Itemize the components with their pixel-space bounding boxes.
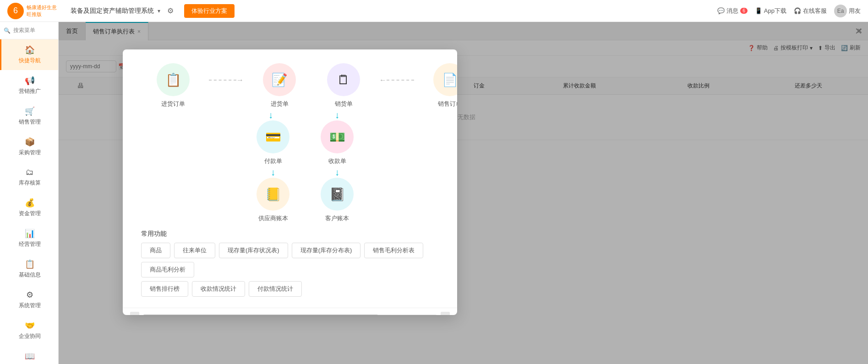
purchase-order-circle: 📋 [157,63,190,96]
operations-icon: 📊 [25,228,35,239]
purchase-order-node[interactable]: 📋 进货订单 [141,63,205,108]
sales-order-circle: 📄 [433,63,457,96]
content-area: 首页 销售订单执行表 × ✕ ❓ 帮助 🖨 按模板打印 ▾ [59,22,868,364]
func-btn-stock-status[interactable]: 现存量(库存状况表) [219,243,288,258]
purchase-order-label: 进货订单 [161,100,185,108]
common-functions: 常用功能 商品 往来单位 现存量(库存状况表) 现存量(库存分布表) 销售毛利分… [123,230,457,308]
func-btn-product-gross[interactable]: 商品毛利分析 [141,262,194,277]
workflow-modal: 📋 进货订单 → 📝 [123,49,457,315]
settings-btn[interactable]: ⚙ [164,5,177,17]
purchase-bill-node[interactable]: 📝 进货单 [247,63,311,108]
func-btn-stock-dist[interactable]: 现存量(库存分布表) [292,243,361,258]
sidebar-item-enterprise[interactable]: 🤝 企业协同 [0,315,58,346]
payment-bill-circle: 💳 [257,120,289,153]
online-service-btn[interactable]: 🎧 在线客服 [794,7,827,15]
basic-icon: 📋 [25,259,35,269]
enterprise-icon: 🤝 [25,321,35,331]
func-btn-sales-gross[interactable]: 销售毛利分析表 [364,243,423,258]
payment-bill-label: 付款单 [264,157,282,165]
top-right: 💬 消息 6 📱 App下载 🎧 在线客服 Ea 用友 [717,5,861,17]
sidebar-item-finance[interactable]: 💰 资金管理 [0,192,58,223]
payment-bill-node[interactable]: 💳 付款单 [241,120,305,165]
customer-ledger-node[interactable]: 📓 客户账本 [305,178,369,223]
system-dropdown-btn[interactable]: ▾ [158,8,160,14]
func-buttons-row1: 商品 往来单位 现存量(库存状况表) 现存量(库存分布表) 销售毛利分析表 商品… [141,243,439,277]
sidebar-item-operations[interactable]: 📊 经营管理 [0,223,58,254]
sales-bill-node[interactable]: 🗒 销货单 [311,63,376,108]
sidebar-item-system[interactable]: ⚙ 系统管理 [0,284,58,315]
logo-area: 6 畅康通好生意 旺推版 [7,3,66,19]
func-btn-contacts[interactable]: 往来单位 [174,243,215,258]
scroll-track [143,315,437,315]
sidebar-item-newbie[interactable]: 📖 新手引导 [0,346,58,364]
sidebar-item-sales[interactable]: 🛒 销售管理 [0,101,58,131]
user-menu[interactable]: Ea 用友 [834,5,861,17]
page-close-btn[interactable]: ✕ [855,26,863,37]
sales-bill-label: 销货单 [335,100,353,108]
func-btn-payment-stats[interactable]: 付款情况统计 [249,281,302,297]
customer-ledger-label: 客户账本 [325,214,349,223]
purchase-icon: 📦 [25,137,35,147]
logo-icon: 6 [7,3,24,19]
receipt-bill-label: 收款单 [328,157,346,165]
sales-bill-circle: 🗒 [327,63,360,96]
func-buttons-row2: 销售排行榜 收款情况统计 付款情况统计 [141,281,439,297]
logo-text: 畅康通好生意 旺推版 [27,4,57,17]
receipt-bill-node[interactable]: 💵 收款单 [305,120,369,165]
sidebar-search[interactable]: 🔍 搜索菜单 [0,22,58,39]
download-icon: 📱 [755,7,762,14]
supplier-ledger-circle: 📒 [257,178,289,211]
func-btn-receipt-stats[interactable]: 收款情况统计 [192,281,245,297]
customer-ledger-circle: 📓 [321,178,354,211]
sales-order-label: 销售订单 [438,100,457,108]
sales-icon: 🛒 [25,106,35,116]
sales-order-node[interactable]: 📄 销售订单 [418,63,457,108]
finance-icon: 💰 [25,198,35,208]
supplier-ledger-label: 供应商账本 [258,214,288,223]
receipt-bill-circle: 💵 [321,120,354,153]
scroll-left-btn[interactable]: ◀ [130,312,139,315]
service-icon: 🎧 [794,7,801,14]
sidebar-item-inventory[interactable]: 🗂 库存核算 [0,162,58,192]
func-btn-product[interactable]: 商品 [141,243,170,258]
workflow-diagram: 📋 进货订单 → 📝 [123,49,457,230]
common-functions-title: 常用功能 [141,230,439,238]
main-area: 🔍 搜索菜单 🏠 快捷导航 📢 营销推广 🛒 销售管理 📦 采购管理 [0,22,868,364]
modal-scrollbar: ◀ ▶ [123,308,457,315]
func-btn-sales-rank[interactable]: 销售排行榜 [141,281,188,297]
newbie-icon: 📖 [25,351,35,361]
scroll-thumb[interactable] [143,315,378,315]
scroll-right-btn[interactable]: ▶ [441,312,450,315]
message-btn[interactable]: 💬 消息 6 [717,7,748,15]
modal-overlay: 📋 进货订单 → 📝 [59,22,868,364]
sidebar-item-quick-nav[interactable]: 🏠 快捷导航 [0,39,58,70]
purchase-bill-circle: 📝 [263,63,296,96]
sidebar: 🔍 搜索菜单 🏠 快捷导航 📢 营销推广 🛒 销售管理 📦 采购管理 [0,22,59,364]
message-icon: 💬 [717,7,725,14]
avatar: Ea [834,5,847,17]
system-title: 装备及固定资产辅助管理系统 ▾ ⚙ 体验行业方案 [71,4,235,18]
purchase-bill-label: 进货单 [271,100,289,108]
quick-nav-icon: 🏠 [25,45,35,55]
search-icon: 🔍 [4,27,11,34]
sidebar-item-marketing[interactable]: 📢 营销推广 [0,70,58,101]
marketing-icon: 📢 [25,76,35,86]
top-bar: 6 畅康通好生意 旺推版 装备及固定资产辅助管理系统 ▾ ⚙ 体验行业方案 💬 … [0,0,868,22]
trial-btn[interactable]: 体验行业方案 [184,4,235,18]
inventory-icon: 🗂 [26,168,34,177]
app-download-btn[interactable]: 📱 App下载 [755,7,786,15]
supplier-ledger-node[interactable]: 📒 供应商账本 [241,178,305,223]
search-label: 搜索菜单 [13,27,35,34]
sidebar-item-basic[interactable]: 📋 基础信息 [0,254,58,284]
system-name-label: 装备及固定资产辅助管理系统 [71,7,154,15]
message-badge: 6 [740,8,748,14]
sidebar-item-purchase[interactable]: 📦 采购管理 [0,131,58,162]
app-wrapper: 6 畅康通好生意 旺推版 装备及固定资产辅助管理系统 ▾ ⚙ 体验行业方案 💬 … [0,0,868,364]
system-icon: ⚙ [26,290,33,300]
